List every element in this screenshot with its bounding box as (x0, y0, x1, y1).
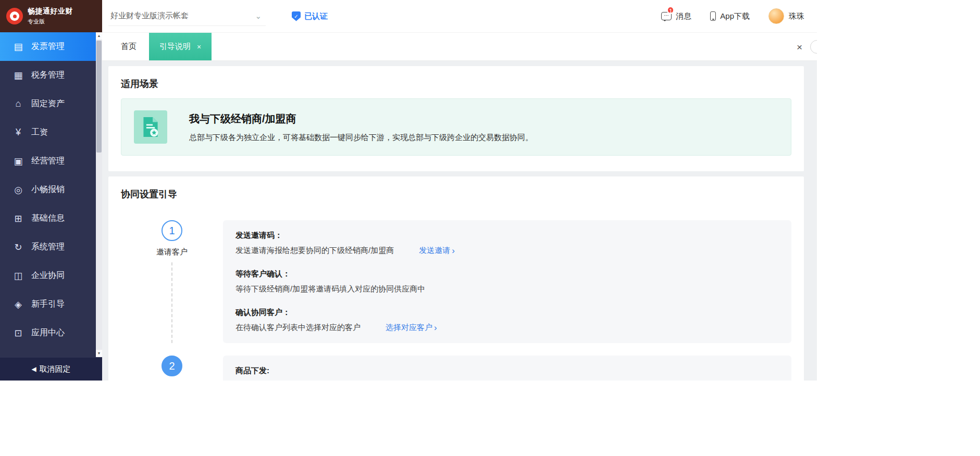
app-download-label: App下载 (720, 11, 750, 21)
tab-home[interactable]: 首页 (108, 33, 149, 60)
sidebar-item-newbie-guide[interactable]: ◈ 新手引导 (0, 290, 96, 319)
app-center-icon: ⊡ (13, 327, 24, 339)
sidebar-item-invoice[interactable]: ▤ 发票管理 (0, 32, 96, 61)
close-tabs-button[interactable]: × (797, 42, 802, 52)
sidebar-item-business-mgmt[interactable]: ▣ 经营管理 (0, 147, 96, 175)
document-star-icon (134, 110, 167, 144)
screen: 畅捷通好业财 专业版 ▤ 发票管理 ▦ 税务管理 ⌂ 固定资产 ¥ (0, 0, 980, 456)
sidebar-item-label: 系统管理 (31, 242, 65, 252)
phone-icon (710, 11, 716, 21)
messages-count-badge: 1 (667, 6, 674, 14)
app-download-button[interactable]: App下载 (710, 11, 750, 21)
scroll-up-button[interactable]: ▲ (96, 32, 102, 40)
tab-close-icon[interactable]: × (197, 43, 201, 51)
sidebar-item-label: 新手引导 (31, 299, 65, 310)
scenario-heading: 适用场景 (121, 78, 791, 90)
scenario-card-title: 我与下级经销商/加盟商 (189, 112, 533, 126)
tax-icon: ▦ (13, 70, 24, 81)
collaboration-icon: ◫ (13, 270, 24, 282)
invoice-icon: ▤ (13, 41, 24, 53)
chevron-right-icon: › (434, 323, 437, 332)
sidebar-scrollbar[interactable]: ▲ ▼ (96, 32, 102, 357)
sidebar-item-label: 工资 (31, 127, 48, 138)
account-selector[interactable]: 好业财专业版演示帐套 ⌄ (108, 6, 266, 26)
step-connector (171, 262, 172, 343)
sidebar-item-reimburse[interactable]: ◎ 小畅报销 (0, 175, 96, 204)
step-item-title: 等待客户确认： (235, 268, 779, 280)
page-content: 适用场景 (102, 61, 817, 381)
send-invite-link-label: 发送邀请 (419, 244, 450, 257)
step-item: 确认协同客户： 在待确认客户列表中选择对应的客户 选择对应客户 › (235, 307, 779, 334)
guide-heading: 协同设置引导 (121, 188, 791, 200)
step-1-label: 邀请客户 (156, 247, 188, 257)
sidebar-item-label: 应用中心 (31, 327, 65, 338)
unpin-sidebar-button[interactable]: ◀ 取消固定 (0, 357, 102, 381)
user-menu[interactable]: 珠珠 (768, 8, 804, 24)
avatar (768, 8, 784, 24)
scroll-down-button[interactable]: ▼ (96, 350, 102, 357)
topbar-right: ⋯ 1 消息 App下载 珠珠 (661, 8, 804, 24)
step-item-text: 发送邀请海报给想要协同的下级经销商/加盟商 (235, 244, 394, 257)
main-area: 好业财专业版演示帐套 ⌄ ✓ 已认证 ⋯ 1 消息 App下载 (102, 0, 817, 381)
brand-logo-icon (6, 8, 23, 24)
tab-guide-label: 引导说明 (159, 42, 191, 52)
brand-text: 畅捷通好业财 专业版 (28, 7, 73, 26)
fixed-assets-icon: ⌂ (13, 98, 24, 109)
guide-section: 协同设置引导 1 邀请客户 发送邀请码： (108, 176, 804, 381)
topbar: 好业财专业版演示帐套 ⌄ ✓ 已认证 ⋯ 1 消息 App下载 (102, 0, 817, 32)
sidebar-item-payroll[interactable]: ¥ 工资 (0, 118, 96, 147)
user-name: 珠珠 (789, 11, 804, 21)
sidebar-item-basic-info[interactable]: ⊞ 基础信息 (0, 204, 96, 233)
scenario-section: 适用场景 (108, 66, 804, 171)
scenario-card: 我与下级经销商/加盟商 总部与下级各为独立企业，可将基础数据一键同步给下游，实现… (121, 98, 791, 156)
step-item-text: 等待下级经销商/加盟将邀请码填入对应的协同供应商中 (235, 283, 425, 295)
step-item-title: 发送邀请码： (235, 230, 779, 241)
sidebar-item-app-center[interactable]: ⊡ 应用中心 (0, 319, 96, 347)
reimburse-icon: ◎ (13, 184, 24, 196)
step-1-content: 发送邀请码： 发送邀请海报给想要协同的下级经销商/加盟商 发送邀请 › (223, 220, 791, 343)
scrollbar-thumb[interactable] (96, 41, 102, 153)
sidebar-item-tax[interactable]: ▦ 税务管理 (0, 61, 96, 90)
certified-badge: ✓ 已认证 (292, 11, 328, 21)
step-2: 2 商品下发: (121, 356, 791, 381)
step-1: 1 邀请客户 发送邀请码： 发送邀请海报给想要协同的下级经销商/加盟商 (121, 220, 791, 343)
messages-button[interactable]: ⋯ 1 消息 (661, 11, 691, 21)
sidebar: 畅捷通好业财 专业版 ▤ 发票管理 ▦ 税务管理 ⌂ 固定资产 ¥ (0, 0, 102, 381)
chevron-down-icon: ⌄ (255, 11, 262, 21)
sidebar-item-label: 经营管理 (31, 156, 65, 167)
scenario-card-description: 总部与下级各为独立企业，可将基础数据一键同步给下游，实现总部与下级跨企业的交易数… (189, 133, 533, 143)
sidebar-item-label: 固定资产 (31, 98, 65, 109)
step-2-content: 商品下发: (223, 356, 791, 381)
edge-partial-button[interactable] (810, 40, 817, 54)
sidebar-item-label: 小畅报销 (31, 184, 65, 195)
sidebar-item-collaboration[interactable]: ◫ 企业协同 (0, 261, 96, 290)
app-window: 畅捷通好业财 专业版 ▤ 发票管理 ▦ 税务管理 ⌂ 固定资产 ¥ (0, 0, 817, 381)
brand: 畅捷通好业财 专业版 (0, 0, 102, 32)
collapse-left-icon: ◀ (31, 365, 36, 373)
system-mgmt-icon: ↻ (13, 242, 24, 253)
tab-bar: 首页 引导说明 × × (102, 32, 817, 61)
sidebar-item-system-mgmt[interactable]: ↻ 系统管理 (0, 233, 96, 261)
unpin-label: 取消固定 (40, 364, 71, 374)
sidebar-item-label: 税务管理 (31, 70, 65, 81)
step-item: 商品下发: (235, 365, 779, 376)
step-item-title: 确认协同客户： (235, 307, 779, 318)
brand-title: 畅捷通好业财 (28, 7, 73, 16)
step-2-marker: 2 (121, 356, 223, 381)
business-mgmt-icon: ▣ (13, 156, 24, 167)
messages-label: 消息 (676, 11, 691, 21)
chevron-right-icon: › (452, 246, 455, 255)
tab-guide[interactable]: 引导说明 × (149, 33, 212, 60)
send-invite-link[interactable]: 发送邀请 › (419, 244, 455, 257)
certified-label: 已认证 (304, 11, 328, 21)
step-item-text: 在待确认客户列表中选择对应的客户 (235, 321, 361, 334)
guide-steps: 1 邀请客户 发送邀请码： 发送邀请海报给想要协同的下级经销商/加盟商 (121, 220, 791, 381)
step-item-line: 在待确认客户列表中选择对应的客户 选择对应客户 › (235, 321, 779, 334)
step-item: 发送邀请码： 发送邀请海报给想要协同的下级经销商/加盟商 发送邀请 › (235, 230, 779, 257)
payroll-icon: ¥ (13, 127, 24, 138)
step-1-number: 1 (162, 220, 182, 241)
sidebar-item-fixed-assets[interactable]: ⌂ 固定资产 (0, 90, 96, 118)
select-customer-link[interactable]: 选择对应客户 › (386, 321, 437, 334)
step-item-line: 发送邀请海报给想要协同的下级经销商/加盟商 发送邀请 › (235, 244, 779, 257)
sidebar-item-label: 企业协同 (31, 270, 65, 281)
